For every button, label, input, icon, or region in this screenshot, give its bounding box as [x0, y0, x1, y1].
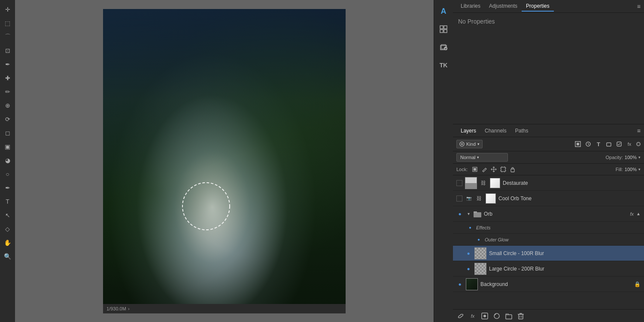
svg-point-7 — [444, 47, 447, 50]
small-circle-name: Small Circle - 100R Blur — [489, 250, 641, 256]
icon-sidebar: A TK — [434, 0, 453, 322]
orb-expand[interactable]: ▾ — [466, 211, 471, 217]
tool-move[interactable]: ✛ — [2, 3, 14, 15]
panels-content: Libraries Adjustments Properties ≡ No Pr… — [453, 0, 644, 322]
large-circle-thumbnail — [474, 263, 486, 275]
layer-item-small-circle[interactable]: ● Small Circle - 100R Blur — [453, 246, 644, 261]
svg-rect-22 — [474, 211, 477, 213]
cool-orb-visibility-check[interactable] — [456, 196, 462, 202]
tool-gradient[interactable]: ▣ — [2, 141, 14, 153]
tab-layers[interactable]: Layers — [456, 126, 480, 135]
tool-dodge[interactable]: ○ — [2, 168, 14, 180]
opacity-label: Opacity: — [606, 155, 623, 160]
filter-effect-icon[interactable]: fx — [625, 140, 634, 148]
blend-dropdown[interactable]: Normal ▾ — [456, 153, 508, 162]
layer-item-cool-orb-tone[interactable]: 📷 ⛓ Cool Orb Tone — [453, 191, 644, 206]
layer-effects-item[interactable]: ● Effects — [453, 222, 644, 234]
kind-label: Kind — [466, 141, 476, 147]
opacity-value[interactable]: 100% — [625, 155, 637, 160]
toolbar-mask[interactable] — [480, 312, 489, 320]
filter-adjust-icon[interactable] — [584, 140, 592, 148]
tool-pen[interactable]: ✒ — [2, 182, 14, 194]
layers-panel: Layers Channels Paths ≡ Kind ▾ — [453, 124, 644, 322]
tab-channels[interactable]: Channels — [480, 126, 511, 135]
layer-item-destaurate[interactable]: ⛓ Destaurate — [453, 175, 644, 191]
large-circle-visibility[interactable]: ● — [465, 265, 472, 272]
tool-clone[interactable]: ⊕ — [2, 99, 14, 111]
lock-artboard-icon[interactable] — [499, 166, 507, 173]
tool-select[interactable]: ⬚ — [2, 17, 14, 29]
svg-point-25 — [494, 313, 499, 319]
destaurate-visibility-check[interactable] — [456, 180, 462, 186]
tool-lasso[interactable]: ⌒ — [2, 31, 14, 43]
layer-item-orb[interactable]: ● ▾ Orb fx ▲ — [453, 206, 644, 222]
svg-rect-1 — [440, 26, 443, 29]
tab-paths[interactable]: Paths — [511, 126, 533, 135]
left-toolbar: ✛ ⬚ ⌒ ⊡ ✒ ✚ ✏ ⊕ ⟳ ◻ ▣ ◕ ○ ✒ T ↖ ◇ ✋ 🔍 — [0, 0, 15, 322]
tool-text[interactable]: T — [2, 196, 14, 208]
small-circle-visibility[interactable]: ● — [465, 250, 472, 257]
toolbar-adjustment[interactable] — [492, 312, 501, 320]
sidebar-icon-adobe[interactable]: A — [436, 3, 451, 19]
tool-blur[interactable]: ◕ — [2, 154, 14, 166]
destaurate-mask-thumb — [490, 178, 500, 188]
sidebar-icon-layers2[interactable] — [436, 39, 451, 55]
canvas-area[interactable]: 1/930.0M › — [15, 0, 434, 322]
svg-point-0 — [182, 183, 230, 230]
sidebar-icon-text2[interactable]: TK — [436, 57, 451, 73]
layers-list[interactable]: ⛓ Destaurate 📷 ⛓ Cool Orb Tone ● ▾ — [453, 175, 644, 309]
orb-selection-svg — [176, 176, 236, 236]
toolbar-folder[interactable] — [504, 312, 513, 320]
outer-glow-visibility[interactable]: ● — [475, 236, 482, 243]
svg-point-9 — [461, 143, 463, 145]
tool-brush[interactable]: ✏ — [2, 86, 14, 98]
svg-rect-14 — [617, 142, 621, 146]
lock-all-icon[interactable] — [509, 166, 516, 173]
properties-panel-tabs: Libraries Adjustments Properties ≡ — [453, 0, 644, 13]
tool-healing[interactable]: ✚ — [2, 72, 14, 84]
orb-fx: fx — [630, 211, 634, 217]
filter-shape-icon[interactable] — [605, 140, 613, 148]
panel-menu-icon[interactable]: ≡ — [637, 3, 641, 10]
destaurate-name: Destaurate — [503, 180, 641, 186]
canvas-image — [103, 9, 346, 313]
toolbar-fx[interactable]: fx — [468, 312, 477, 320]
lock-draw-icon[interactable] — [480, 166, 488, 173]
filter-text-icon[interactable]: T — [594, 140, 603, 148]
layers-menu-icon[interactable]: ≡ — [637, 127, 641, 134]
effects-label: Effects — [476, 225, 491, 230]
fill-value[interactable]: 100% — [625, 167, 637, 172]
lock-move-icon[interactable] — [490, 166, 498, 173]
tab-adjustments[interactable]: Adjustments — [485, 1, 522, 12]
lock-pixel-icon[interactable] — [471, 166, 479, 173]
status-arrow[interactable]: › — [128, 306, 130, 311]
canvas-container: 1/930.0M › — [103, 9, 346, 313]
toolbar-link[interactable] — [456, 312, 465, 320]
svg-rect-16 — [474, 168, 476, 171]
tool-history[interactable]: ⟳ — [2, 113, 14, 125]
filter-smart-icon[interactable] — [615, 140, 623, 148]
orb-visibility[interactable]: ● — [456, 211, 463, 217]
cool-orb-chain-icon: ⛓ — [475, 195, 483, 202]
tool-eyedropper[interactable]: ✒ — [2, 58, 14, 70]
effects-visibility[interactable]: ● — [467, 224, 474, 231]
background-visibility[interactable]: ● — [456, 281, 463, 288]
toolbar-trash[interactable] — [516, 312, 525, 320]
sidebar-icon-grid[interactable] — [436, 21, 451, 37]
tool-eraser[interactable]: ◻ — [2, 127, 14, 139]
tool-crop[interactable]: ⊡ — [2, 45, 14, 57]
layer-item-background[interactable]: ● Background 🔒 — [453, 277, 644, 292]
layer-outer-glow-item[interactable]: ● Outer Glow — [453, 234, 644, 246]
layer-item-large-circle[interactable]: ● Large Circle - 200R Blur — [453, 261, 644, 277]
background-lock: 🔒 — [634, 281, 641, 287]
tab-properties[interactable]: Properties — [522, 1, 554, 12]
orb-expand-icon[interactable]: ▲ — [636, 211, 641, 216]
tool-shape[interactable]: ◇ — [2, 223, 14, 235]
filter-pixel-icon[interactable] — [574, 140, 582, 148]
tool-hand[interactable]: ✋ — [2, 237, 14, 249]
kind-dropdown[interactable]: Kind ▾ — [456, 140, 483, 148]
tab-libraries[interactable]: Libraries — [456, 1, 485, 12]
tool-zoom[interactable]: 🔍 — [2, 250, 14, 262]
tool-path-select[interactable]: ↖ — [2, 209, 14, 221]
filter-dot — [636, 142, 641, 146]
